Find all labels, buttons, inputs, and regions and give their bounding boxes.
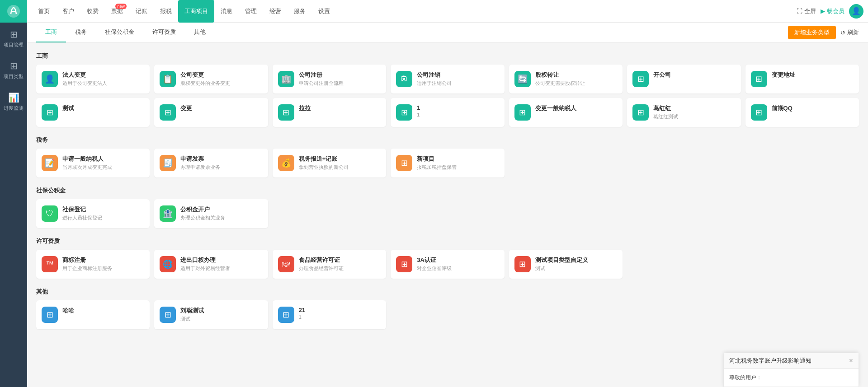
card-gs14[interactable]: ⊞ 前期QQ	[745, 98, 859, 127]
card-title-sb2: 公积金开户	[180, 205, 262, 214]
card-icon-sw2: 🧾	[160, 155, 176, 171]
notification-close[interactable]: ×	[849, 357, 853, 365]
notification-header: 河北税务数字账户升级影响通知 ×	[724, 353, 859, 369]
nav-billing[interactable]: 收费	[80, 0, 105, 23]
avatar[interactable]: 👤	[849, 4, 863, 19]
card-icon-xk1: ™	[42, 256, 58, 272]
card-gs4[interactable]: 🏚 公司注销 适用于注销公司	[391, 65, 504, 93]
card-icon-sb1: 🛡	[42, 205, 58, 222]
card-gs6[interactable]: ⊞ 开公司	[627, 65, 741, 93]
nav-bizreg[interactable]: 工商项目	[178, 0, 214, 23]
content-area: 工商 税务 社保公积金 许可资质 其他 新增业务类型 ↺ 刷新 工商 👤	[27, 23, 868, 387]
card-gs10[interactable]: ⊞ 拉拉	[273, 98, 386, 127]
topnav: 首页 客户 收费 票据 new 记账 报税 工商项目 消息 管理 经营 服务 设…	[27, 0, 868, 23]
card-sb1[interactable]: 🛡 社保登记 进行人员社保登记	[36, 199, 150, 228]
card-title-gs11: 1	[417, 104, 499, 111]
card-icon-gs9: ⊞	[160, 104, 176, 121]
card-ot1[interactable]: ⊞ 哈哈	[36, 300, 150, 329]
sidebar-item-project-type[interactable]: ⊞ 项目类型	[0, 54, 27, 86]
card-icon-gs5: 🔄	[514, 71, 531, 87]
card-icon-gs7: ⊞	[751, 71, 767, 87]
card-title-gs1: 法人变更	[62, 71, 144, 79]
nav-message[interactable]: 消息	[214, 0, 239, 23]
nav-operation[interactable]: 经营	[263, 0, 288, 23]
refresh-button[interactable]: ↺ 刷新	[840, 28, 859, 37]
card-ot2[interactable]: ⊞ 刘聪测试 测试	[154, 300, 268, 329]
fullscreen-icon: ⛶	[797, 8, 802, 14]
card-desc-xk3: 办理食品经营许可证	[299, 265, 381, 272]
tabs: 工商 税务 社保公积金 许可资质 其他	[36, 23, 215, 42]
card-gs2[interactable]: 📋 公司变更 股权变更外的业务变更	[154, 65, 268, 93]
card-title-gs10: 拉拉	[299, 104, 381, 112]
notification-panel: 河北税务数字账户升级影响通知 × 尊敬的用户：	[723, 353, 859, 387]
tab-other[interactable]: 其他	[185, 23, 215, 42]
card-icon-gs3: 🏢	[278, 71, 294, 87]
card-icon-sw3: 💰	[278, 155, 294, 171]
card-xk3[interactable]: 🍽 食品经营许可证 办理食品经营许可证	[273, 250, 386, 279]
card-icon-sw4: ⊞	[396, 155, 412, 171]
notification-body: 尊敬的用户：	[724, 369, 859, 387]
card-title-gs8: 测试	[62, 104, 144, 112]
card-gs13[interactable]: ⊞ 葛红红 葛红红测试	[627, 98, 741, 127]
card-desc-gs4: 适用于注销公司	[417, 80, 499, 87]
section-title-shuiwu: 税务	[36, 136, 859, 144]
card-icon-gs13: ⊞	[632, 104, 649, 121]
nav-manage[interactable]: 管理	[239, 0, 263, 23]
nav-invoice[interactable]: 票据 new	[105, 0, 129, 23]
tab-gongshang[interactable]: 工商	[36, 23, 66, 42]
new-type-button[interactable]: 新增业务类型	[788, 26, 836, 39]
card-xk5[interactable]: ⊞ 测试项目类型自定义 测试	[509, 250, 623, 279]
card-desc-xk2: 适用于对外贸易经营者	[180, 265, 262, 272]
card-sw4[interactable]: ⊞ 新项目 报税加税控盘保管	[391, 149, 504, 177]
card-gs12[interactable]: ⊞ 变更一般纳税人	[509, 98, 623, 127]
tab-shuiwu[interactable]: 税务	[66, 23, 96, 42]
card-gs5[interactable]: 🔄 股权转让 公司变更需要股权转让	[509, 65, 623, 93]
card-xk4[interactable]: ⊞ 3A认证 对企业信誉评级	[391, 250, 504, 279]
nav-service[interactable]: 服务	[288, 0, 312, 23]
card-gs9[interactable]: ⊞ 变更	[154, 98, 268, 127]
nav-tax[interactable]: 报税	[154, 0, 178, 23]
card-xk1[interactable]: ™ 商标注册 用于企业商标注册服务	[36, 250, 150, 279]
card-gs8[interactable]: ⊞ 测试	[36, 98, 150, 127]
card-sw3[interactable]: 💰 税务报道+记账 拿到营业执照的新公司	[273, 149, 386, 177]
sidebar-item-progress-monitor[interactable]: 📊 进度监测	[0, 86, 27, 117]
vip-btn[interactable]: ▶ 畅会员	[821, 7, 844, 15]
main-scroll[interactable]: 工商 👤 法人变更 适用于公司变更法人 📋 公司变更 股权变更外的业务变更	[27, 43, 868, 387]
project-type-icon: ⊞	[10, 61, 18, 71]
tab-xuke[interactable]: 许可资质	[143, 23, 185, 42]
card-icon-ot2: ⊞	[160, 307, 176, 323]
card-ot3[interactable]: ⊞ 21 1	[273, 300, 386, 329]
card-icon-xk4: ⊞	[396, 256, 412, 272]
card-gs11[interactable]: ⊞ 1 1	[391, 98, 504, 127]
card-desc-gs11: 1	[417, 112, 499, 117]
card-icon-gs8: ⊞	[42, 104, 58, 121]
nav-accounting[interactable]: 记账	[129, 0, 154, 23]
card-sb2[interactable]: 🏦 公积金开户 办理公积金相关业务	[154, 199, 268, 228]
card-icon-gs10: ⊞	[278, 104, 294, 121]
card-icon-gs1: 👤	[42, 71, 58, 87]
card-sw2[interactable]: 🧾 申请发票 办理申请发票业务	[154, 149, 268, 177]
card-title-sw1: 申请一般纳税人	[62, 155, 144, 163]
tab-shebao[interactable]: 社保公积金	[96, 23, 143, 42]
card-desc-xk1: 用于企业商标注册服务	[62, 265, 144, 272]
card-title-gs12: 变更一般纳税人	[535, 104, 617, 112]
card-gs7[interactable]: ⊞ 变更地址	[745, 65, 859, 93]
card-gs3[interactable]: 🏢 公司注册 申请公司注册全流程	[273, 65, 386, 93]
card-desc-ot3: 1	[299, 314, 381, 320]
cards-grid-shebao: 🛡 社保登记 进行人员社保登记 🏦 公积金开户 办理公积金相关业务	[36, 199, 859, 228]
card-icon-gs6: ⊞	[632, 71, 649, 87]
card-title-gs14: 前期QQ	[772, 104, 854, 112]
card-title-ot3: 21	[299, 307, 381, 313]
section-title-other: 其他	[36, 288, 859, 296]
card-xk2[interactable]: 🌐 进出口权办理 适用于对外贸易经营者	[154, 250, 268, 279]
card-sw1[interactable]: 📝 申请一般纳税人 当月或次月成变更完成	[36, 149, 150, 177]
sidebar-item-project-manage[interactable]: ⊞ 项目管理	[0, 23, 27, 54]
nav-home[interactable]: 首页	[32, 0, 56, 23]
card-icon-gs12: ⊞	[514, 104, 531, 121]
fullscreen-btn[interactable]: ⛶ 全屏	[797, 7, 816, 15]
card-gs1[interactable]: 👤 法人变更 适用于公司变更法人	[36, 65, 150, 93]
nav-settings[interactable]: 设置	[312, 0, 336, 23]
nav-customer[interactable]: 客户	[56, 0, 80, 23]
card-title-gs6: 开公司	[653, 71, 735, 79]
topnav-right: ⛶ 全屏 ▶ 畅会员 👤	[797, 4, 863, 19]
